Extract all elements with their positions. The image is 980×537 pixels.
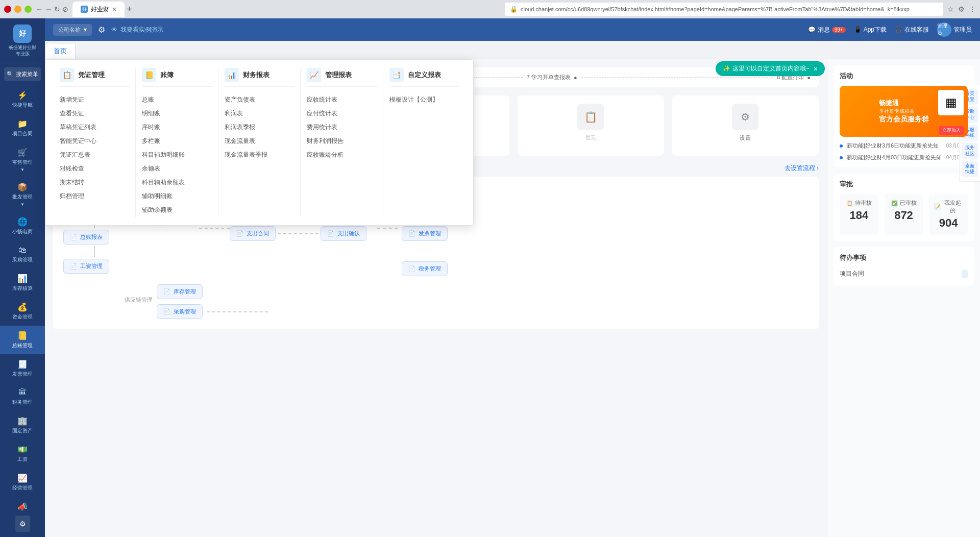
url-text: cloud.chanjet.com/cc/u6d89qwnryel/57bfsk…	[521, 6, 910, 12]
user-profile[interactable]: 管理员 管理员	[937, 22, 972, 37]
sidebar-item-ecommerce[interactable]: 🌐小畅电商	[0, 212, 45, 240]
menu-item-aux-detail[interactable]: 辅助明细账	[142, 189, 211, 203]
menu-item-view-voucher[interactable]: 查看凭证	[60, 107, 129, 120]
logo-text: 畅捷通好业财专业版	[4, 45, 41, 57]
address-bar[interactable]: 🔒 cloud.chanjet.com/cc/u6d89qwnryel/57bf…	[505, 3, 943, 16]
sidebar-item-salary[interactable]: 💵工资	[0, 440, 45, 468]
forward-button[interactable]: →	[45, 5, 52, 13]
custom-header-icon: 📑	[389, 68, 404, 82]
menu-item-general-ledger[interactable]: 总账	[142, 93, 211, 107]
sidebar-item-inventory[interactable]: 📊库存核算	[0, 268, 45, 297]
demo-link[interactable]: 👁 我要看实例演示	[111, 26, 163, 34]
sidebar: 好 畅捷通好业财专业版 🔍 搜索菜单 ⚡快捷导航 📁项目合同 🛒零售管理▼ 📦批…	[0, 18, 45, 537]
extension-icon[interactable]: ⚙	[958, 5, 965, 13]
back-button[interactable]: ←	[36, 5, 43, 13]
menu-mgmt-header: 📈 管理报表	[307, 68, 376, 87]
menu-item-balance[interactable]: 余额表	[142, 162, 211, 176]
menu-item-reconciliation[interactable]: 对账检查	[60, 162, 129, 176]
sidebar-item-wholesale[interactable]: 📦批发管理▼	[0, 177, 45, 212]
menu-dropdown: 📋 凭证管理 新增凭证 查看凭证 草稿凭证列表 智能凭证中心 凭证汇总表 对账检…	[45, 59, 474, 226]
window-close-button[interactable]	[4, 6, 11, 13]
voucher-title: 凭证管理	[78, 70, 105, 80]
menu-item-payable-stats[interactable]: 应付统计表	[307, 107, 376, 120]
company-name: 公司名称	[58, 26, 81, 34]
sidebar-item-assets[interactable]: 🏢固定资产	[0, 411, 45, 440]
header-settings-icon[interactable]: ⚙	[98, 25, 105, 35]
sidebar-item-project[interactable]: 📁项目合同	[0, 114, 45, 142]
window-controls	[4, 6, 32, 13]
browser-tab-active[interactable]: 好 好业财 ×	[72, 2, 125, 17]
menu-col-custom: 📑 自定义报表 模板设计【公测】	[383, 68, 465, 217]
menu-col-voucher: 📋 凭证管理 新增凭证 查看凭证 草稿凭证列表 智能凭证中心 凭证汇总表 对账检…	[54, 68, 136, 217]
mgmt-header-icon: 📈	[307, 68, 321, 82]
menu-item-cashflow[interactable]: 现金流量表	[225, 134, 294, 148]
menu-item-period-end[interactable]: 期末结转	[60, 176, 129, 189]
menu-item-aging-analysis[interactable]: 应收账龄分析	[307, 148, 376, 162]
sidebar-nav: ⚡快捷导航 📁项目合同 🛒零售管理▼ 📦批发管理▼ 🌐小畅电商 🛍采购管理 📊库…	[0, 85, 45, 510]
menu-item-balance-sheet[interactable]: 资产负债表	[225, 93, 294, 107]
sidebar-item-operations[interactable]: 📈经营管理	[0, 468, 45, 497]
menu-item-template-design[interactable]: 模板设计【公测】	[389, 93, 459, 107]
menu-item-detail-account[interactable]: 明细账	[142, 107, 211, 120]
menu-voucher-header: 📋 凭证管理	[60, 68, 129, 87]
menu-finance-header: 📊 财务报表	[225, 68, 294, 87]
menu-overlay[interactable]: 📋 凭证管理 新增凭证 查看凭证 草稿凭证列表 智能凭证中心 凭证汇总表 对账检…	[45, 41, 980, 537]
sidebar-bottom: ⚙	[10, 510, 35, 537]
sidebar-item-retail[interactable]: 🛒零售管理▼	[0, 142, 45, 177]
home-nav-button[interactable]: ⊘	[62, 5, 68, 13]
voucher-header-icon: 📋	[60, 68, 74, 82]
menu-item-voucher-summary[interactable]: 凭证汇总表	[60, 148, 129, 162]
menu-custom-header: 📑 自定义报表	[389, 68, 459, 87]
menu-item-draft-list[interactable]: 草稿凭证列表	[60, 120, 129, 134]
more-icon[interactable]: ⋮	[969, 5, 976, 13]
sidebar-item-quicknav[interactable]: ⚡快捷导航	[0, 85, 45, 114]
reload-button[interactable]: ↻	[54, 5, 60, 13]
header-actions: 💬 消息 99+ 📱 App下载 🎧 在线客服 管理员 管理员	[808, 22, 972, 37]
sidebar-item-accounting[interactable]: 📒总账管理	[0, 326, 45, 354]
menu-item-profit-loss[interactable]: 利润表	[225, 107, 294, 120]
menu-item-archive[interactable]: 归档管理	[60, 189, 129, 203]
tab-close-icon[interactable]: ×	[112, 5, 116, 13]
menu-item-receivable-stats[interactable]: 应收统计表	[307, 93, 376, 107]
bookmark-icon[interactable]: ☆	[947, 5, 954, 13]
demo-icon: 👁	[111, 26, 117, 33]
menu-item-chronological[interactable]: 序时账	[142, 120, 211, 134]
menu-item-profit-quarterly[interactable]: 利润表季报	[225, 120, 294, 134]
menu-item-cashflow-quarterly[interactable]: 现金流量表季报	[225, 148, 294, 162]
sidebar-item-invoice[interactable]: 🧾发票管理	[0, 354, 45, 383]
new-tab-button[interactable]: +	[127, 5, 132, 14]
sidebar-item-marketing[interactable]: 📣小畅营销	[0, 497, 45, 510]
sidebar-item-capital[interactable]: 💰资金管理	[0, 297, 45, 326]
search-menu-button[interactable]: 🔍 搜索菜单	[4, 67, 41, 81]
messages-button[interactable]: 💬 消息 99+	[808, 26, 846, 34]
sidebar-logo: 好 畅捷通好业财专业版	[0, 18, 45, 63]
menu-item-expense-stats[interactable]: 费用统计表	[307, 120, 376, 134]
messages-badge: 99+	[832, 27, 846, 33]
top-header: 公司名称 ▾ ⚙ 👁 我要看实例演示 💬 消息 99+ 📱 App下载	[45, 18, 980, 41]
sidebar-search-section: 🔍 搜索菜单	[0, 63, 45, 85]
menu-item-aux-balance[interactable]: 辅助余额表	[142, 203, 211, 217]
download-icon: 📱	[854, 26, 862, 33]
app-download-button[interactable]: 📱 App下载	[854, 26, 887, 34]
dropdown-arrow-icon: ▾	[84, 26, 87, 33]
menu-item-subject-detail[interactable]: 科目辅助明细账	[142, 148, 211, 162]
user-avatar: 管理员	[937, 22, 951, 37]
menu-col-ledger: 📒 账簿 总账 明细账 序时账 多栏账 科目辅助明细账 余额表 科目辅助余额表 …	[136, 68, 218, 217]
window-maximize-button[interactable]	[24, 6, 32, 13]
username-label: 管理员	[953, 26, 972, 34]
menu-item-finance-profit[interactable]: 财务利润报告	[307, 134, 376, 148]
finance-report-title: 财务报表	[243, 70, 270, 80]
online-support-button[interactable]: 🎧 在线客服	[895, 26, 929, 34]
logo-icon: 好	[13, 25, 32, 43]
sidebar-settings-button[interactable]: ⚙	[15, 516, 30, 532]
sidebar-item-tax[interactable]: 🏛税务管理	[0, 383, 45, 411]
menu-item-add-voucher[interactable]: 新增凭证	[60, 93, 129, 107]
messages-icon: 💬	[808, 26, 816, 33]
menu-item-smart-center[interactable]: 智能凭证中心	[60, 134, 129, 148]
sidebar-item-purchase[interactable]: 🛍采购管理	[0, 240, 45, 268]
mgmt-report-title: 管理报表	[325, 70, 352, 80]
menu-item-multi-column[interactable]: 多栏账	[142, 134, 211, 148]
menu-item-subject-balance[interactable]: 科目辅助余额表	[142, 176, 211, 189]
company-dropdown[interactable]: 公司名称 ▾	[53, 24, 92, 36]
window-minimize-button[interactable]	[14, 6, 21, 13]
